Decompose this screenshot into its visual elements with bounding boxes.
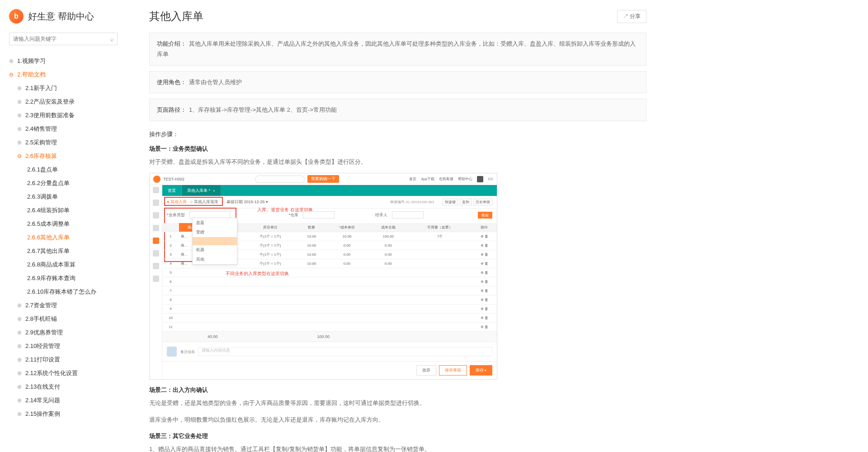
nav-item[interactable]: ⊕2.5采购管理 (9, 136, 118, 149)
nav-item[interactable]: 2.6.3调拨单 (9, 190, 118, 204)
shot-toolbar-button[interactable]: 历史单据 (473, 199, 492, 205)
expand-icon[interactable]: ⊕ (17, 316, 24, 322)
nav-label: 2.6.8商品成本重算 (27, 261, 75, 268)
expand-icon[interactable]: ⊕ (17, 397, 24, 404)
expand-icon[interactable]: ⊕ (17, 384, 24, 390)
close-icon[interactable]: × (213, 189, 215, 193)
dropdown-option[interactable]: 机器 (193, 245, 237, 255)
nav-item[interactable]: 2.6.6其他入库单 (9, 231, 118, 244)
expand-icon[interactable]: ⊕ (17, 357, 24, 363)
nav-item[interactable]: 2.6.1盘点单 (9, 163, 118, 176)
nav-item[interactable]: ⊕2.15操作案例 (9, 407, 118, 421)
shot-tab[interactable]: 其他入库单 *× (182, 185, 221, 196)
share-button[interactable]: ↗ 分享 (617, 10, 646, 23)
nav-item[interactable]: ⊕2.9优惠券管理 (9, 326, 118, 339)
table-header: 操作 (472, 223, 497, 232)
table-row[interactable]: 5⊕ 🗑 (162, 268, 497, 277)
nav-item[interactable]: 2.6.5成本调整单 (9, 217, 118, 231)
expand-icon[interactable]: ⊕ (17, 126, 24, 132)
nav-item[interactable]: 2.6.10库存账本错了怎么办 (9, 285, 118, 299)
shot-logo-icon (153, 176, 160, 183)
nav-item[interactable]: ⊕2.10经营管理 (9, 339, 118, 353)
table-header: 成本金额 (368, 223, 408, 232)
expand-icon[interactable]: ⊕ (17, 411, 24, 417)
table-row[interactable]: 11⊕ 🗑 (162, 323, 497, 332)
shot-collapse-button[interactable]: 收起 (478, 212, 492, 219)
expand-icon[interactable]: ⊕ (17, 302, 24, 309)
shot-side-icon[interactable] (153, 187, 159, 193)
nav-item[interactable]: ⊕2.14常见问题 (9, 394, 118, 407)
avatar[interactable] (477, 176, 483, 182)
search-icon[interactable]: ⌕ (110, 36, 114, 43)
collapse-icon[interactable]: ⊖ (17, 153, 24, 159)
nav-item[interactable]: ⊕1.视频学习 (9, 54, 118, 68)
shot-tab[interactable]: 首页 (162, 185, 182, 196)
table-row[interactable]: 9⊕ 🗑 (162, 305, 497, 314)
shot-search-input[interactable] (255, 176, 305, 183)
dropdown-option[interactable]: 盘盈 (193, 218, 237, 228)
nav-item[interactable]: 2.6.8商品成本重算 (9, 258, 118, 271)
shot-top-link[interactable]: 在线客服 (439, 176, 453, 181)
shot-buy-button[interactable]: 我要购物一下 (307, 175, 339, 183)
shot-remark-row: 备注信息 请输入内容信息 (162, 342, 497, 361)
table-row[interactable]: 10⊕ 🗑 (162, 314, 497, 323)
table-row[interactable]: 7⊕ 🗑 (162, 286, 497, 295)
nav-item[interactable]: 2.6.7其他出库单 (9, 244, 118, 258)
nav-item[interactable]: ⊕2.7资金管理 (9, 299, 118, 312)
shot-side-icon[interactable] (153, 225, 159, 231)
nav-item[interactable]: 2.6.2分量盘点单 (9, 176, 118, 190)
shot-side-icon[interactable] (153, 276, 159, 282)
expand-icon[interactable]: ⊕ (17, 370, 24, 376)
search-input[interactable] (9, 33, 118, 45)
shot-account: TEST-H002 (163, 177, 184, 181)
shot-side-icon[interactable] (153, 263, 159, 269)
shot-side-icon[interactable] (153, 250, 159, 257)
path-box: 页面路径：1、库存核算->库存管理->其他入库单 2、首页->常用功能 (149, 99, 646, 121)
table-row[interactable]: 6⊕ 🗑 (162, 277, 497, 286)
shot-action-button[interactable]: 保存草稿 (439, 365, 467, 376)
nav-item[interactable]: ⊕2.12系统个性化设置 (9, 366, 118, 380)
expand-icon[interactable]: ⊕ (17, 139, 24, 146)
expand-icon[interactable]: ⊕ (17, 343, 24, 349)
nav-item[interactable]: ⊕2.4销售管理 (9, 122, 118, 136)
nav-item[interactable]: ⊕2.2产品安装及登录 (9, 95, 118, 109)
page-title: 其他入库单 (149, 9, 203, 24)
expand-icon[interactable]: ⊕ (17, 99, 24, 105)
shot-toolbar-button[interactable]: 快捷键 (443, 199, 458, 205)
dropdown-option[interactable]: 其他 (193, 255, 237, 264)
shot-toolbar-button[interactable]: 复制 (460, 199, 472, 205)
nav-label: 2.2产品安装及登录 (25, 98, 75, 105)
nav-item[interactable]: 2.6.9库存账本查询 (9, 271, 118, 285)
shot-action-button[interactable]: 保存 (470, 365, 492, 376)
shot-handler-input[interactable] (392, 211, 424, 219)
expand-icon[interactable]: ⊕ (17, 329, 24, 336)
nav-item[interactable]: ⊖2.帮助文档 (9, 68, 118, 81)
shot-side-icon[interactable] (153, 212, 159, 219)
nav-item[interactable]: 2.6.4组装拆卸单 (9, 204, 118, 217)
shot-side-icon-active[interactable] (153, 238, 159, 244)
nav-item[interactable]: ⊕2.13在线支付 (9, 380, 118, 394)
nav-item[interactable]: ⊕2.1新手入门 (9, 81, 118, 95)
shot-top-link[interactable]: App下载 (421, 176, 434, 181)
expand-icon[interactable]: ⊕ (17, 85, 24, 91)
nav-item[interactable]: ⊕2.11打印设置 (9, 353, 118, 366)
remark-input[interactable]: 请输入内容信息 (198, 347, 492, 356)
nav-item[interactable]: ⊕2.8手机旺铺 (9, 312, 118, 326)
expand-icon[interactable]: ⊕ (17, 112, 24, 119)
shot-side-icon[interactable] (153, 200, 159, 206)
shot-action-button[interactable]: 放弃 (416, 365, 436, 376)
steps-label: 操作步骤： (149, 130, 646, 138)
dropdown-option[interactable] (193, 237, 237, 245)
shot-top-link[interactable]: 首页 (409, 176, 416, 181)
shot-top-link[interactable]: 帮助中心 (458, 176, 472, 181)
nav-item[interactable]: ⊕2.3使用前数据准备 (9, 109, 118, 122)
nav-label: 2.12系统个性化设置 (25, 370, 78, 376)
expand-icon[interactable]: ⊕ (9, 58, 15, 64)
table-row[interactable]: 8⊕ 🗑 (162, 295, 497, 305)
shot-warehouse-input[interactable] (303, 211, 335, 219)
collapse-icon[interactable]: ⊖ (9, 71, 15, 78)
dropdown-option[interactable]: 受赠 (193, 228, 237, 237)
shot-biztype-dropdown[interactable]: 盘盈受赠 机器其他 (192, 218, 237, 265)
nav-item[interactable]: ⊖2.6库存核算 (9, 149, 118, 163)
shot-top-link[interactable]: CC (488, 177, 493, 181)
